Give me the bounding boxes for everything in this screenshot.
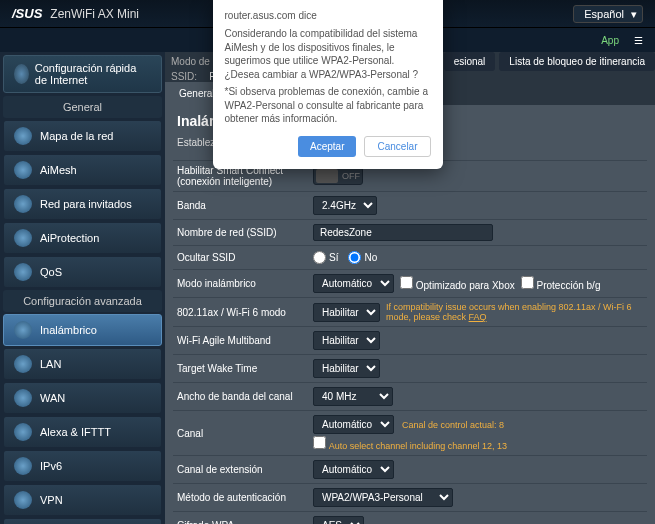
accept-button[interactable]: Aceptar	[298, 136, 356, 157]
dialog-text1: Considerando la compatibilidad del siste…	[225, 27, 431, 81]
dialog-text2: *Si observa problemas de conexión, cambi…	[225, 85, 431, 126]
dialog-host: router.asus.com dice	[225, 10, 431, 21]
modal-overlay: router.asus.com dice Considerando la com…	[0, 0, 655, 524]
confirm-dialog: router.asus.com dice Considerando la com…	[213, 0, 443, 169]
cancel-button[interactable]: Cancelar	[364, 136, 430, 157]
